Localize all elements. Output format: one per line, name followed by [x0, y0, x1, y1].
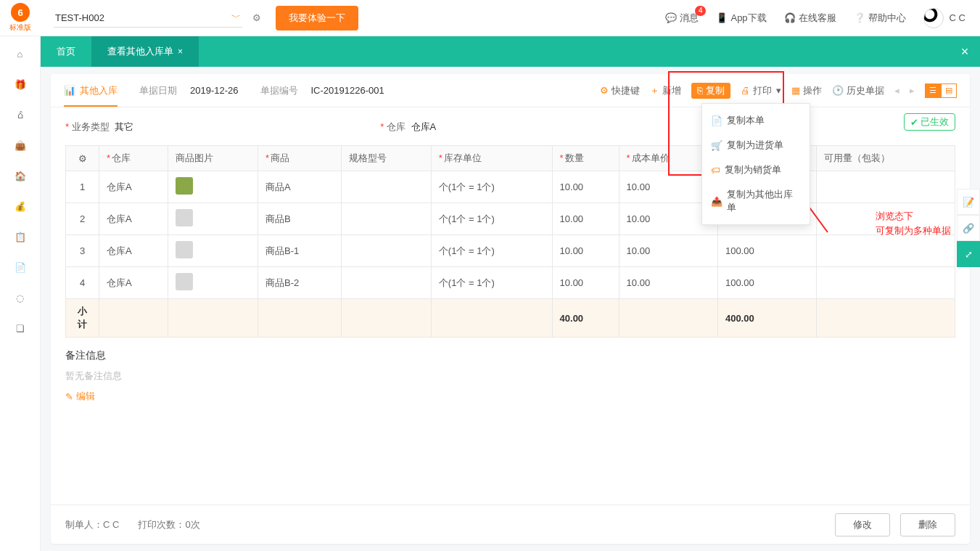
thumb-icon — [176, 209, 193, 226]
row-image — [168, 203, 258, 235]
history-button[interactable]: 🕑历史单据 — [832, 84, 884, 97]
copy-label: 复制 — [706, 84, 725, 97]
money-icon[interactable]: 💰 — [13, 199, 28, 213]
warehouse-icon[interactable]: 🏠 — [13, 168, 28, 183]
copy-as-sales[interactable]: 🏷复制为销货单 — [702, 158, 810, 182]
new-icon[interactable]: ❏ — [13, 321, 28, 335]
row-avail — [817, 267, 955, 299]
row-unit: 个(1个 = 1个) — [431, 235, 552, 267]
warehouse-label: 仓库 — [387, 121, 405, 132]
copy-sales-label: 复制为销货单 — [725, 163, 781, 176]
doc-icon: 📄 — [711, 115, 722, 126]
row-avail — [817, 171, 955, 203]
copy-as-outbound[interactable]: 📤复制为其他出库单 — [702, 182, 810, 220]
add-button[interactable]: ＋新增 — [650, 84, 681, 97]
help-center-button[interactable]: ❔ 帮助中心 — [854, 12, 906, 25]
col-gear[interactable]: ⚙ — [66, 146, 99, 171]
row-qty: 10.00 — [552, 171, 619, 203]
card-view-icon[interactable]: ▤ — [941, 83, 957, 98]
message-button[interactable]: 💬 消息 4 — [665, 12, 699, 25]
copy-purchase-label: 复制为进货单 — [727, 139, 783, 152]
print-button[interactable]: 🖨打印▾ — [741, 84, 781, 97]
row-price: 10.00 — [619, 235, 717, 267]
row-image — [168, 267, 258, 299]
table-row[interactable]: 4 仓库A 商品B-2 个(1个 = 1个) 10.00 10.00 100.0… — [66, 267, 955, 299]
tab-current[interactable]: 查看其他入库单 × — [91, 36, 199, 67]
thumb-icon — [176, 273, 193, 290]
user-menu[interactable]: C C — [923, 8, 965, 28]
float-expand-icon[interactable]: ⤢ — [957, 241, 980, 267]
tabstrip-close-button[interactable]: × — [950, 36, 980, 67]
close-icon[interactable]: × — [178, 46, 183, 57]
gift-icon[interactable]: 🎁 — [13, 77, 28, 91]
subtotal-row: 小计 40.00 400.00 — [66, 299, 955, 338]
company-name: TEST-H002 — [55, 12, 104, 23]
refresh-icon[interactable]: ◌ — [13, 290, 28, 305]
col-image: 商品图片 — [168, 146, 258, 171]
inbound-icon: 📊 — [64, 85, 75, 96]
chevron-down-icon: ▾ — [776, 85, 781, 96]
row-product: 商品B — [258, 203, 341, 235]
document-card: 📊 其他入库 单据日期 2019-12-26 单据编号 IC-20191226-… — [51, 74, 970, 544]
table-row[interactable]: 3 仓库A 商品B-1 个(1个 = 1个) 10.00 10.00 100.0… — [66, 235, 955, 267]
next-icon[interactable]: ▸ — [910, 85, 915, 96]
creator-label: 制单人： — [65, 519, 103, 530]
gear-icon: ⚙ — [600, 85, 609, 96]
copy-button[interactable]: ⎘复制 — [691, 83, 730, 99]
clipboard-icon[interactable]: 📋 — [13, 229, 28, 244]
delete-button[interactable]: 删除 — [900, 513, 955, 536]
help-label: 帮助中心 — [868, 12, 906, 25]
download-label: App下载 — [730, 12, 766, 25]
row-warehouse: 仓库A — [99, 267, 168, 299]
top-right-nav: 💬 消息 4 📱 App下载 🎧 在线客服 ❔ 帮助中心 C C — [665, 8, 965, 28]
doc-no-value: IC-20191226-001 — [311, 85, 384, 96]
app-download-button[interactable]: 📱 App下载 — [716, 12, 766, 25]
row-index: 1 — [66, 171, 99, 203]
col-qty: *数量 — [552, 146, 619, 171]
row-warehouse: 仓库A — [99, 171, 168, 203]
row-price: 10.00 — [619, 267, 717, 299]
report-icon[interactable]: 📄 — [13, 260, 28, 274]
bag-icon[interactable]: 👜 — [13, 138, 28, 152]
home-icon[interactable]: ⌂ — [13, 46, 28, 61]
table-row[interactable]: 1 仓库A 商品A 个(1个 = 1个) 10.00 10.00 100.00 — [66, 171, 955, 203]
tab-home[interactable]: 首页 — [41, 36, 91, 67]
modify-button[interactable]: 修改 — [835, 513, 890, 536]
biz-type-label: 业务类型 — [72, 121, 110, 132]
col-warehouse: *仓库 — [99, 146, 168, 171]
prev-icon[interactable]: ◂ — [894, 85, 899, 96]
headset-icon: 🎧 — [784, 12, 796, 23]
subtotal-qty: 40.00 — [552, 299, 619, 338]
warehouse-value: 仓库A — [411, 121, 437, 132]
row-product: 商品A — [258, 171, 341, 203]
float-link-icon[interactable]: 🔗 — [957, 215, 980, 241]
date-value: 2019-12-26 — [190, 85, 239, 96]
row-unit: 个(1个 = 1个) — [431, 203, 552, 235]
plus-icon: ＋ — [650, 84, 659, 97]
grid-icon: ▦ — [791, 85, 800, 96]
row-unit: 个(1个 = 1个) — [431, 267, 552, 299]
edit-remarks-button[interactable]: ✎ 编辑 — [65, 390, 95, 403]
shortcut-button[interactable]: ⚙快捷键 — [600, 84, 640, 97]
online-service-button[interactable]: 🎧 在线客服 — [784, 12, 836, 25]
help-icon: ❔ — [854, 12, 865, 23]
row-qty: 10.00 — [552, 235, 619, 267]
row-spec — [341, 171, 431, 203]
row-avail — [817, 235, 955, 267]
top-bar: 6 标准版 TEST-H002 ﹀ ⚙ 我要体验一下 💬 消息 4 📱 App下… — [0, 0, 980, 36]
settings-icon[interactable]: ⚙ — [252, 12, 261, 23]
float-note-icon[interactable]: 📝 — [957, 189, 980, 215]
row-image — [168, 235, 258, 267]
company-selector[interactable]: TEST-H002 ﹀ — [54, 8, 242, 28]
copy-this-doc[interactable]: 📄复制本单 — [702, 108, 810, 133]
row-avail — [817, 203, 955, 235]
house-icon[interactable]: ⌂̂ — [13, 107, 28, 122]
shortcut-label: 快捷键 — [612, 84, 640, 97]
view-toggle[interactable]: ☰ ▤ — [925, 83, 957, 98]
operate-button[interactable]: ▦操作 — [791, 84, 822, 97]
table-row[interactable]: 2 仓库A 商品B 个(1个 = 1个) 10.00 10.00 100.00 — [66, 203, 955, 235]
row-unit: 个(1个 = 1个) — [431, 171, 552, 203]
copy-as-purchase[interactable]: 🛒复制为进货单 — [702, 133, 810, 158]
experience-button[interactable]: 我要体验一下 — [276, 6, 358, 30]
list-view-icon[interactable]: ☰ — [925, 83, 941, 98]
